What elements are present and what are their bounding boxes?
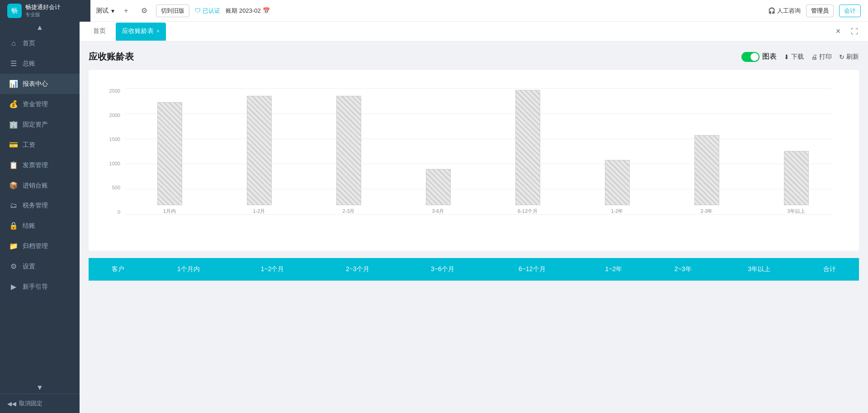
header-right: 🎧 人工咨询 管理员 会计 — [768, 5, 861, 17]
sidebar-item-settings[interactable]: ⚙ 设置 — [0, 256, 80, 277]
sidebar-item-guide[interactable]: ▶ 新手引导 — [0, 277, 80, 297]
chart-toggle[interactable]: 图表 — [741, 52, 777, 62]
col-3-6month: 3~6个月 — [400, 258, 485, 281]
manager-role-button[interactable]: 管理员 — [806, 5, 834, 17]
bar-group-1-2month: 1-2月 — [214, 96, 304, 215]
chevron-down-icon: ▾ — [111, 7, 114, 14]
sidebar-item-fund[interactable]: 💰 资金管理 — [0, 94, 80, 114]
col-2-3year: 2~3年 — [648, 258, 717, 281]
salary-icon: 💳 — [9, 141, 18, 149]
workspace-selector[interactable]: 测试 ▾ — [96, 7, 114, 15]
sidebar-item-report[interactable]: 📊 报表中心 — [0, 74, 80, 94]
print-button[interactable]: 🖨 打印 — [811, 53, 832, 61]
col-1month: 1个月内 — [147, 258, 230, 281]
company-name: 畅捷通好会计 专业版 — [25, 4, 61, 18]
settings-icon[interactable]: ⚙ — [138, 5, 151, 17]
sales-icon: 📦 — [9, 181, 18, 190]
download-button[interactable]: ⬇ 下载 — [784, 53, 804, 61]
sidebar: ▲ ⌂ 首页 ☰ 总账 📊 报表中心 💰 资金管理 🏢 固定资产 — [0, 22, 80, 413]
y-label-2000: 2000 — [102, 113, 120, 118]
sidebar-item-ledger[interactable]: ☰ 总账 — [0, 53, 80, 74]
toggle-track[interactable] — [741, 52, 760, 62]
shield-icon: 🛡 — [195, 7, 201, 14]
archive-icon: 📁 — [9, 242, 18, 250]
add-button[interactable]: + — [120, 5, 132, 17]
y-axis: 0 500 1000 1500 2000 2500 — [102, 88, 120, 215]
sidebar-item-assets[interactable]: 🏢 固定资产 — [0, 114, 80, 135]
print-icon: 🖨 — [811, 53, 817, 61]
bar-group-3-6month: 3-6月 — [393, 169, 483, 215]
download-icon: ⬇ — [784, 53, 789, 61]
bar-chart: 0 500 1000 1500 2000 2500 — [98, 79, 850, 233]
switch-version-button[interactable]: 切到旧版 — [156, 5, 189, 17]
sidebar-item-salary[interactable]: 💳 工资 — [0, 135, 80, 155]
bar-3year-plus — [784, 151, 809, 205]
bar-group-2-3month: 2-3月 — [304, 96, 393, 215]
data-table: 客户 1个月内 1~2个月 2~3个月 3~6个月 6~12个月 1~2年 2~… — [89, 258, 859, 281]
company-area: 畅 畅捷通好会计 专业版 — [0, 0, 90, 22]
sidebar-item-archive[interactable]: 📁 归档管理 — [0, 236, 80, 256]
col-total: 合计 — [801, 258, 859, 281]
table-header-row: 客户 1个月内 1~2个月 2~3个月 3~6个月 6~12个月 1~2年 2~… — [89, 258, 859, 281]
bar-label-3year-plus: 3年以上 — [787, 208, 805, 215]
tax-icon: 🗂 — [9, 202, 18, 210]
report-icon: 📊 — [9, 80, 18, 88]
accountant-role-button[interactable]: 会计 — [839, 5, 861, 17]
col-1-2year: 1~2年 — [579, 258, 648, 281]
sidebar-unpin-button[interactable]: ◀◀ 取消固定 — [0, 394, 80, 413]
closing-icon: 🔒 — [9, 221, 18, 230]
col-6-12month: 6~12个月 — [485, 258, 579, 281]
sidebar-item-tax[interactable]: 🗂 税务管理 — [0, 196, 80, 216]
bar-label-2-3month: 2-3月 — [343, 208, 355, 215]
pin-icon: ◀◀ — [7, 400, 16, 407]
chevron-up-icon: ▲ — [36, 23, 43, 32]
close-panel-icon[interactable]: × — [832, 25, 844, 38]
tab-report[interactable]: 应收账龄表 × — [116, 23, 166, 41]
accounting-period: 账期 2023-02 📅 — [226, 7, 270, 15]
chart-container: 0 500 1000 1500 2000 2500 — [89, 70, 859, 251]
report-actions: 图表 ⬇ 下载 🖨 打印 ↻ 刷新 — [741, 52, 859, 62]
expand-panel-icon[interactable]: ⛶ — [848, 25, 861, 38]
sidebar-item-sales[interactable]: 📦 进销台账 — [0, 175, 80, 196]
sidebar-scroll-up[interactable]: ▲ — [0, 22, 80, 33]
sidebar-item-invoice[interactable]: 📋 发票管理 — [0, 155, 80, 175]
col-3year-plus: 3年以上 — [717, 258, 800, 281]
y-label-500: 500 — [102, 185, 120, 190]
toggle-thumb — [750, 53, 759, 61]
content-area: 首页 应收账龄表 × × ⛶ 应收账龄表 — [80, 22, 868, 413]
refresh-button[interactable]: ↻ 刷新 — [839, 53, 859, 61]
col-1-2month: 1~2个月 — [230, 258, 315, 281]
bar-label-6-12month: 6-12个月 — [518, 208, 538, 215]
bar-2-3year — [694, 135, 719, 205]
sidebar-scroll-down[interactable]: ▼ — [0, 382, 80, 394]
sidebar-item-home[interactable]: ⌂ 首页 — [0, 33, 80, 53]
consult-button[interactable]: 🎧 人工咨询 — [768, 7, 801, 15]
bar-6-12month — [515, 90, 540, 205]
main-layout: ▲ ⌂ 首页 ☰ 总账 📊 报表中心 💰 资金管理 🏢 固定资产 — [0, 22, 868, 413]
tab-home[interactable]: 首页 — [87, 23, 112, 41]
company-logo: 畅 — [7, 4, 22, 18]
tab-close-icon[interactable]: × — [156, 28, 160, 34]
bar-label-3-6month: 3-6月 — [432, 208, 444, 215]
bar-group-2-3year: 2-3年 — [662, 135, 751, 215]
data-table-container: 客户 1个月内 1~2个月 2~3个月 3~6个月 6~12个月 1~2年 2~… — [89, 258, 859, 281]
bar-1-2month — [247, 96, 272, 205]
guide-icon: ▶ — [9, 282, 18, 291]
y-label-1000: 1000 — [102, 161, 120, 166]
settings-nav-icon: ⚙ — [9, 262, 18, 271]
report-header: 应收账龄表 图表 ⬇ 下载 🖨 打印 — [89, 51, 859, 63]
bar-group-1month: 1月内 — [125, 102, 214, 215]
y-label-0: 0 — [102, 209, 120, 215]
headset-icon: 🎧 — [768, 7, 775, 14]
sidebar-scroll: ⌂ 首页 ☰ 总账 📊 报表中心 💰 资金管理 🏢 固定资产 💳 工资 — [0, 33, 80, 382]
bar-group-3year-plus: 3年以上 — [751, 151, 841, 215]
col-2-3month: 2~3个月 — [315, 258, 400, 281]
calendar-icon[interactable]: 📅 — [263, 7, 270, 14]
invoice-icon: 📋 — [9, 161, 18, 169]
chevron-down-icon: ▼ — [36, 384, 43, 392]
bar-label-2-3year: 2-3年 — [701, 208, 713, 215]
bar-label-1-2year: 1-2年 — [611, 208, 623, 215]
bar-3-6month — [426, 169, 451, 205]
certified-badge: 🛡 已认证 — [195, 7, 220, 15]
sidebar-item-closing[interactable]: 🔒 结账 — [0, 216, 80, 236]
